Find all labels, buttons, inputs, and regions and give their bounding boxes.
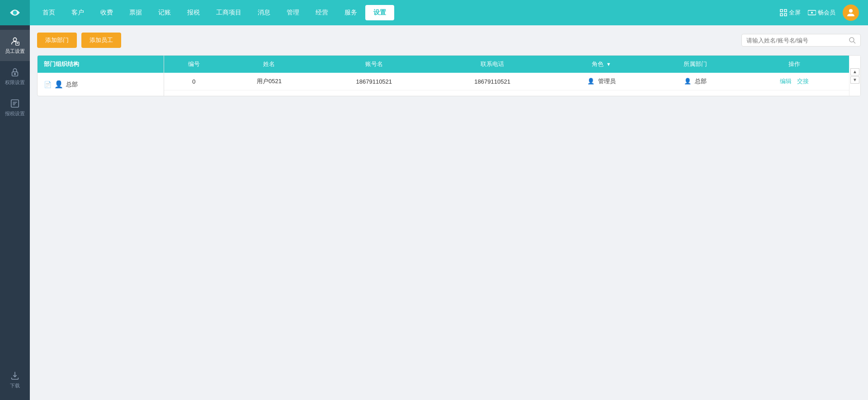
add-employee-button[interactable]: 添加员工: [81, 33, 121, 48]
sidebar: 员工设置 权限设置 报税设置 下载: [0, 25, 30, 400]
fullscreen-label: 全屏: [789, 9, 801, 17]
sidebar-item-permission-label: 权限设置: [5, 79, 25, 86]
cell-role: 👤 管理员: [552, 73, 651, 90]
cell-phone: 18679110521: [433, 73, 552, 90]
dept-tree-item-root[interactable]: 📄 👤 总部: [38, 76, 164, 92]
scroll-up-button[interactable]: ▲: [850, 68, 859, 75]
svg-point-0: [13, 11, 17, 15]
employee-table: 编号 姓名 账号名 联系电话 角色 ▼ 所属部门 操作: [164, 56, 849, 90]
col-header-dept: 所属部门: [651, 56, 740, 73]
sidebar-item-download-label: 下载: [10, 382, 20, 389]
svg-point-7: [849, 9, 853, 13]
member-btn[interactable]: 畅会员: [808, 9, 835, 17]
svg-point-6: [811, 12, 813, 14]
nav-operation[interactable]: 经营: [307, 5, 336, 20]
col-header-phone: 联系电话: [433, 56, 552, 73]
svg-point-11: [14, 73, 16, 75]
nav-customer[interactable]: 客户: [63, 5, 92, 20]
nav-business[interactable]: 工商项目: [208, 5, 250, 20]
dept-person-icon: 👤: [684, 78, 691, 85]
svg-rect-3: [780, 14, 783, 16]
cell-dept: 👤 总部: [651, 73, 740, 90]
nav-billing[interactable]: 收费: [92, 5, 121, 20]
svg-rect-4: [784, 14, 787, 16]
nav-invoice[interactable]: 票据: [121, 5, 150, 20]
search-input[interactable]: [746, 37, 846, 44]
content-area: 添加部门 添加员工 部门组织结构 📄 👤 总部: [30, 25, 868, 400]
svg-rect-2: [784, 9, 787, 12]
table-wrapper: 部门组织结构 📄 👤 总部 编号 姓名 账号名: [37, 55, 861, 96]
role-person-icon: 👤: [587, 78, 594, 85]
col-header-action: 操作: [739, 56, 849, 73]
nav-home[interactable]: 首页: [34, 5, 63, 20]
col-header-name: 姓名: [223, 56, 315, 73]
add-dept-button[interactable]: 添加部门: [37, 33, 77, 48]
nav-tax[interactable]: 报税: [179, 5, 208, 20]
svg-rect-1: [780, 9, 783, 12]
toolbar: 添加部门 添加员工: [37, 33, 861, 48]
search-box: [741, 34, 861, 47]
nav-manage[interactable]: 管理: [278, 5, 307, 20]
cell-name: 用户0521: [223, 73, 315, 90]
nav-menu: 首页 客户 收费 票据 记账 报税 工商项目 消息 管理 经营 服务 设置: [30, 5, 780, 20]
nav-accounting[interactable]: 记账: [150, 5, 179, 20]
scroll-controls: ▲ ▼: [849, 56, 860, 96]
member-label: 畅会员: [818, 9, 835, 17]
fullscreen-btn[interactable]: 全屏: [780, 9, 801, 17]
sidebar-item-taxsettings-label: 报税设置: [5, 110, 25, 117]
filter-icon: ▼: [606, 61, 611, 67]
dept-tree-body: 📄 👤 总部: [38, 73, 164, 96]
file-icon: 📄: [44, 81, 52, 88]
cell-account: 18679110521: [315, 73, 433, 90]
nav-settings[interactable]: 设置: [365, 5, 394, 20]
svg-point-8: [13, 38, 16, 41]
nav-right: 全屏 畅会员: [780, 5, 868, 21]
dept-tree: 部门组织结构 📄 👤 总部: [38, 56, 164, 96]
cell-action: 编辑 交接: [739, 73, 849, 90]
nav-message[interactable]: 消息: [250, 5, 278, 20]
handover-button[interactable]: 交接: [795, 77, 811, 85]
col-header-role: 角色 ▼: [552, 56, 651, 73]
col-header-account: 账号名: [315, 56, 433, 73]
col-header-id: 编号: [164, 56, 223, 73]
person-icon-dept: 👤: [54, 80, 63, 89]
top-nav: 首页 客户 收费 票据 记账 报税 工商项目 消息 管理 经营 服务 设置 全屏…: [0, 0, 868, 25]
sidebar-item-taxsettings[interactable]: 报税设置: [0, 92, 30, 123]
search-icon: [849, 37, 856, 44]
edit-button[interactable]: 编辑: [778, 77, 793, 85]
sidebar-item-download[interactable]: 下载: [10, 364, 20, 395]
svg-point-13: [849, 38, 854, 42]
dept-tree-header: 部门组织结构: [38, 56, 164, 73]
table-row: 0 用户0521 18679110521 18679110521 👤 管理员 👤…: [164, 73, 849, 90]
scroll-down-button[interactable]: ▼: [850, 76, 859, 84]
avatar[interactable]: [843, 5, 859, 21]
dept-name: 总部: [66, 80, 78, 89]
svg-line-14: [854, 42, 855, 43]
logo: [0, 0, 30, 25]
sidebar-item-employee[interactable]: 员工设置: [0, 30, 30, 61]
sidebar-item-permission[interactable]: 权限设置: [0, 61, 30, 92]
employee-table-container: 编号 姓名 账号名 联系电话 角色 ▼ 所属部门 操作: [164, 56, 849, 96]
sidebar-item-employee-label: 员工设置: [5, 48, 25, 55]
nav-service[interactable]: 服务: [336, 5, 365, 20]
cell-id: 0: [164, 73, 223, 90]
